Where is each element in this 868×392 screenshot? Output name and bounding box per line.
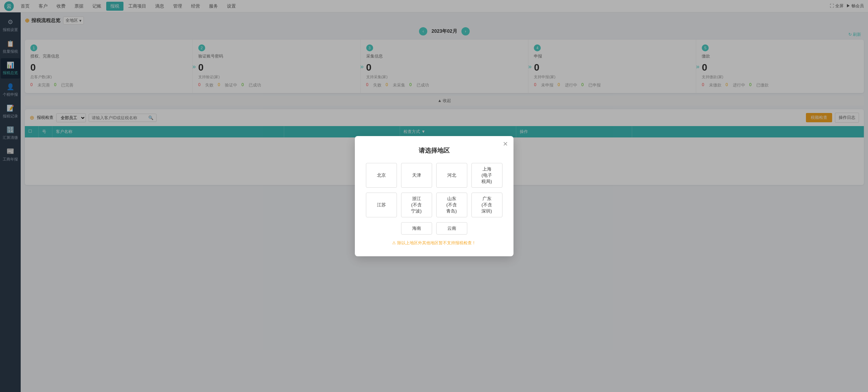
modal-warning: ⚠ 除以上地区外其他地区暂不支持报税检查！ — [369, 240, 500, 246]
modal-title: 请选择地区 — [369, 146, 500, 155]
region-btn-jiangsu[interactable]: 江苏 — [366, 193, 397, 217]
region-row-1: 北京 天津 河北 上海(电子税局) — [369, 163, 500, 188]
warning-icon: ⚠ — [392, 240, 396, 245]
region-row-3: 海南 云南 — [369, 222, 500, 235]
region-row-2: 江苏 浙江(不含宁波) 山东(不含青岛) 广东(不含深圳) — [369, 193, 500, 217]
region-btn-shanghai[interactable]: 上海(电子税局) — [471, 163, 502, 188]
region-btn-zhejiang[interactable]: 浙江(不含宁波) — [401, 193, 432, 217]
region-btn-guangdong[interactable]: 广东(不含深圳) — [471, 193, 502, 217]
region-btn-yunnan[interactable]: 云南 — [436, 222, 467, 235]
region-btn-hainan[interactable]: 海南 — [401, 222, 432, 235]
modal-overlay[interactable]: ✕ 请选择地区 北京 天津 河北 上海(电子税局) 江苏 浙江(不含宁波) 山东… — [0, 0, 868, 392]
region-btn-hebei[interactable]: 河北 — [436, 163, 467, 188]
region-btn-shandong[interactable]: 山东(不含青岛) — [436, 193, 467, 217]
region-btn-tianjin[interactable]: 天津 — [401, 163, 432, 188]
region-btn-beijing[interactable]: 北京 — [366, 163, 397, 188]
region-select-modal: ✕ 请选择地区 北京 天津 河北 上海(电子税局) 江苏 浙江(不含宁波) 山东… — [355, 136, 513, 256]
region-grid: 北京 天津 河北 上海(电子税局) 江苏 浙江(不含宁波) 山东(不含青岛) 广… — [369, 163, 500, 235]
modal-close-btn[interactable]: ✕ — [503, 141, 508, 147]
